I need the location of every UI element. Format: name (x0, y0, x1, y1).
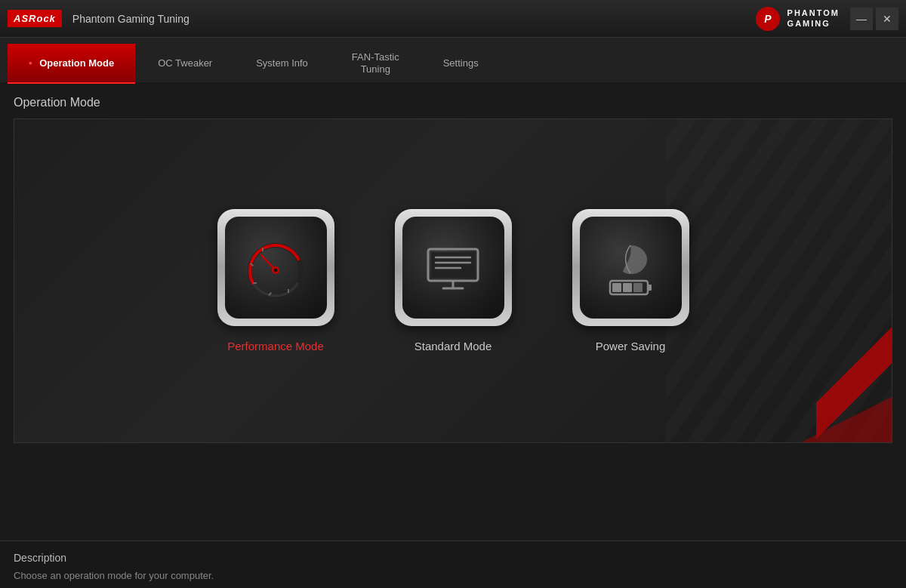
speedometer-icon (242, 234, 310, 302)
standard-icon-inner (402, 217, 504, 319)
tab-fan-tastic[interactable]: FAN-TasticTuning (331, 44, 421, 82)
svg-rect-22 (633, 283, 643, 292)
mode-panel: Performance Mode (14, 119, 892, 443)
performance-icon-inner (225, 217, 327, 319)
app-title: Phantom Gaming Tuning (72, 13, 190, 25)
power-saving-icon (596, 234, 664, 302)
tab-operation-mode-icon: ▪ (29, 57, 32, 69)
title-bar-left: ASRock Phantom Gaming Tuning (8, 10, 190, 27)
tab-fan-tastic-label: FAN-TasticTuning (352, 51, 399, 75)
phantom-gaming-text: PHANTOMGAMING (787, 8, 840, 28)
performance-icon-wrapper (217, 209, 334, 326)
power-saving-icon-wrapper (572, 209, 689, 326)
phantom-gaming-logo: P PHANTOMGAMING (754, 5, 840, 32)
section-title: Operation Mode (14, 96, 892, 109)
svg-rect-20 (612, 283, 621, 292)
modes-container: Performance Mode (217, 209, 689, 352)
tab-operation-mode[interactable]: ▪ Operation Mode (8, 44, 135, 82)
tab-operation-mode-label: Operation Mode (39, 57, 114, 69)
description-title: Description (14, 552, 892, 564)
svg-rect-21 (623, 283, 632, 292)
main-content: Operation Mode (0, 82, 906, 588)
minimize-button[interactable]: — (850, 8, 873, 30)
svg-text:P: P (764, 13, 772, 25)
tab-oc-tweaker[interactable]: OC Tweaker (137, 44, 233, 82)
mode-power-saving[interactable]: Power Saving (572, 209, 689, 352)
monitor-icon (419, 234, 487, 302)
standard-mode-label: Standard Mode (414, 340, 492, 352)
phantom-gaming-icon: P (754, 5, 781, 32)
tab-settings[interactable]: Settings (422, 44, 500, 82)
tab-oc-tweaker-label: OC Tweaker (158, 57, 212, 69)
svg-rect-19 (648, 285, 652, 291)
close-button[interactable]: ✕ (876, 8, 898, 30)
title-bar: ASRock Phantom Gaming Tuning P PHANTOMGA… (0, 0, 906, 38)
tab-system-info-label: System Info (256, 57, 308, 69)
tab-bar: ▪ Operation Mode OC Tweaker System Info … (0, 38, 906, 82)
power-saving-icon-inner (580, 217, 682, 319)
standard-icon-wrapper (395, 209, 512, 326)
title-bar-right: P PHANTOMGAMING — ✕ (754, 5, 898, 32)
power-saving-mode-label: Power Saving (596, 340, 666, 352)
tab-settings-label: Settings (443, 57, 479, 69)
asrock-logo: ASRock (8, 10, 62, 27)
svg-rect-12 (431, 252, 475, 278)
description-bar: Description Choose an operation mode for… (0, 540, 906, 588)
description-text: Choose an operation mode for your comput… (14, 570, 892, 581)
panel-accent (801, 397, 892, 442)
mode-standard[interactable]: Standard Mode (395, 209, 512, 352)
performance-mode-label: Performance Mode (227, 340, 324, 352)
mode-performance[interactable]: Performance Mode (217, 209, 334, 352)
svg-point-10 (274, 268, 278, 272)
tab-system-info[interactable]: System Info (235, 44, 329, 82)
